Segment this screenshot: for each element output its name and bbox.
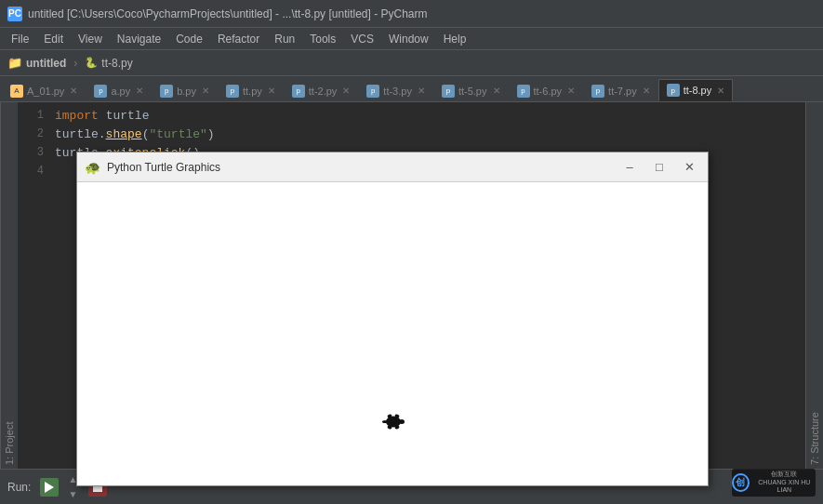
sidebar-item-structure[interactable]: 7: Structure (805, 102, 823, 469)
tab-icon-tt3: p (366, 85, 379, 98)
tab-icon-a01: A (10, 85, 23, 98)
watermark-icon: 创 (732, 473, 750, 492)
tabs-bar: A A_01.py ✕ p a.py ✕ p b.py ✕ p tt.py ✕ … (0, 76, 823, 102)
title-bar: PC untitled [C:\Users\Coco\PycharmProjec… (0, 0, 823, 28)
tab-close-tt5[interactable]: ✕ (493, 86, 500, 96)
tab-close-tt7[interactable]: ✕ (643, 86, 650, 96)
turtle-sprite (380, 412, 406, 437)
window-title: untitled [C:\Users\Coco\PycharmProjects\… (28, 7, 428, 20)
turtle-close-button[interactable]: ✕ (678, 158, 700, 177)
tab-close-tt6[interactable]: ✕ (567, 86, 575, 96)
tab-close-a01[interactable]: ✕ (70, 86, 77, 96)
menu-navigate[interactable]: Navigate (110, 31, 168, 47)
turtle-app-icon: 🐢 (85, 160, 100, 175)
turtle-canvas[interactable] (77, 182, 708, 485)
tab-tt7py[interactable]: p tt-7.py ✕ (583, 79, 658, 101)
tab-icon-tt6: p (517, 85, 530, 98)
tab-close-a[interactable]: ✕ (136, 86, 143, 96)
tab-bpy[interactable]: p b.py ✕ (152, 79, 218, 101)
tab-a01py[interactable]: A A_01.py ✕ (2, 79, 86, 101)
nav-file-label: tt-8.py (101, 57, 132, 70)
tab-tt2py[interactable]: p tt-2.py ✕ (284, 79, 359, 101)
tab-icon-tt5: p (442, 85, 455, 98)
turtle-title-bar: 🐢 Python Turtle Graphics – □ ✕ (77, 153, 708, 182)
folder-icon: 📁 (7, 56, 22, 70)
menu-run[interactable]: Run (267, 31, 302, 47)
tab-close-tt8[interactable]: ✕ (717, 86, 724, 96)
turtle-maximize-button[interactable]: □ (648, 158, 670, 177)
code-line-2: 2 turtle.shape("turtle") (18, 125, 805, 143)
turtle-graphics-window[interactable]: 🐢 Python Turtle Graphics – □ ✕ (76, 152, 709, 486)
run-label: Run: (7, 481, 31, 494)
line-content-2: turtle.shape("turtle") (55, 127, 215, 141)
nav-folder-label: untitled (26, 57, 66, 70)
scroll-down-button[interactable]: ▼ (64, 488, 81, 501)
nav-separator: › (73, 57, 77, 70)
menu-view[interactable]: View (71, 31, 110, 47)
tab-icon-tt7: p (591, 85, 604, 98)
code-line-1: 1 import turtle (18, 106, 805, 125)
tab-tt3py[interactable]: p tt-3.py ✕ (358, 79, 433, 101)
menu-bar: File Edit View Navigate Code Refactor Ru… (0, 28, 823, 50)
nav-bar: 📁 untitled › 🐍 tt-8.py (0, 50, 823, 76)
tab-icon-b: p (160, 85, 173, 98)
menu-tools[interactable]: Tools (302, 31, 343, 47)
tab-tt6py[interactable]: p tt-6.py ✕ (509, 79, 584, 101)
menu-window[interactable]: Window (381, 31, 436, 47)
menu-edit[interactable]: Edit (36, 31, 71, 47)
tab-ttpy[interactable]: p tt.py ✕ (218, 79, 284, 101)
menu-file[interactable]: File (4, 31, 36, 47)
line-number-3: 3 (18, 146, 55, 159)
tab-apy[interactable]: p a.py ✕ (86, 79, 152, 101)
run-button[interactable] (40, 478, 59, 497)
menu-code[interactable]: Code (168, 31, 210, 47)
menu-help[interactable]: Help (436, 31, 474, 47)
svg-marker-0 (45, 482, 54, 493)
line-number-4: 4 (18, 165, 55, 178)
line-number-1: 1 (18, 109, 55, 122)
svg-point-4 (382, 420, 388, 423)
menu-vcs[interactable]: VCS (343, 31, 381, 47)
tab-close-tt2[interactable]: ✕ (342, 86, 350, 96)
tab-tt8py[interactable]: p tt-8.py ✕ (658, 79, 734, 101)
tab-icon-tt8: p (667, 84, 680, 97)
menu-refactor[interactable]: Refactor (210, 31, 267, 47)
line-number-2: 2 (18, 127, 55, 140)
turtle-window-title: Python Turtle Graphics (107, 161, 611, 174)
sidebar-item-project[interactable]: 1: Project (0, 102, 18, 469)
tab-close-tt[interactable]: ✕ (268, 86, 275, 96)
tab-close-b[interactable]: ✕ (202, 86, 209, 96)
tab-icon-tt: p (226, 85, 239, 98)
svg-point-3 (399, 419, 405, 424)
app-icon: PC (7, 7, 22, 21)
turtle-minimize-button[interactable]: – (618, 158, 641, 177)
tab-icon-tt2: p (292, 85, 305, 98)
line-content-1: import turtle (55, 109, 149, 123)
watermark: 创 创新互联 CHUANG XIN HU LIAN (732, 469, 816, 497)
svg-point-2 (386, 417, 401, 428)
tab-tt5py[interactable]: p tt-5.py ✕ (433, 79, 509, 101)
nav-file-icon: 🐍 (85, 57, 98, 69)
watermark-text: 创新互联 CHUANG XIN HU LIAN (753, 471, 816, 494)
tab-close-tt3[interactable]: ✕ (418, 86, 425, 96)
tab-icon-a: p (94, 85, 107, 98)
